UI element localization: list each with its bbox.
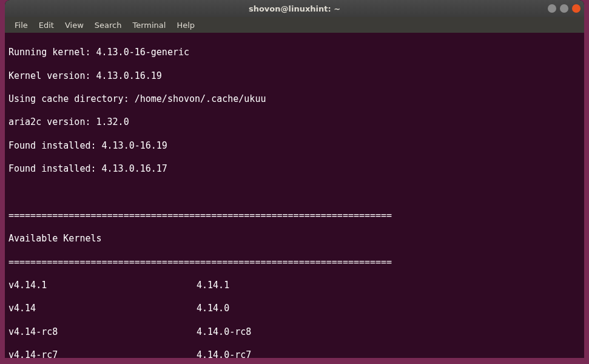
output-line: Using cache directory: /home/shovon/.cac… <box>8 93 581 105</box>
kernel-row: v4.144.14.0 <box>8 303 581 314</box>
kernel-row: v4.14-rc84.14.0-rc8 <box>8 326 581 338</box>
menubar: File Edit View Search Terminal Help <box>5 17 584 33</box>
kernel-name: v4.14-rc8 <box>8 326 197 338</box>
close-button[interactable] <box>572 4 581 13</box>
output-line: Running kernel: 4.13.0-16-generic <box>8 47 581 58</box>
kernel-version: 4.14.0-rc8 <box>197 326 251 338</box>
output-line: aria2c version: 1.32.0 <box>8 116 581 128</box>
maximize-button[interactable] <box>560 4 568 13</box>
output-line: Found installed: 4.13.0.16.17 <box>8 163 581 175</box>
kernel-row: v4.14-rc74.14.0-rc7 <box>8 349 581 358</box>
output-line: Found installed: 4.13.0-16.19 <box>8 140 581 152</box>
kernel-name: v4.14 <box>8 303 197 314</box>
output-line <box>8 186 581 198</box>
separator-line: ========================================… <box>8 210 581 221</box>
output-line: Kernel version: 4.13.0.16.19 <box>8 70 581 82</box>
separator-line: ========================================… <box>8 257 581 268</box>
window-title: shovon@linuxhint: ~ <box>249 4 340 13</box>
menu-edit[interactable]: Edit <box>34 19 59 32</box>
kernel-version: 4.14.0 <box>197 303 229 314</box>
kernel-version: 4.14.1 <box>197 280 229 291</box>
window-controls <box>548 4 581 13</box>
kernel-row: v4.14.14.14.1 <box>8 280 581 291</box>
kernel-name: v4.14-rc7 <box>8 349 197 358</box>
menu-terminal[interactable]: Terminal <box>127 19 170 32</box>
terminal-content[interactable]: Running kernel: 4.13.0-16-generic Kernel… <box>5 33 584 358</box>
menu-search[interactable]: Search <box>90 19 127 32</box>
kernel-version: 4.14.0-rc7 <box>197 349 251 358</box>
menu-help[interactable]: Help <box>172 19 200 32</box>
minimize-button[interactable] <box>548 4 556 13</box>
titlebar: shovon@linuxhint: ~ <box>5 0 584 17</box>
menu-view[interactable]: View <box>60 19 89 32</box>
menu-file[interactable]: File <box>10 19 33 32</box>
kernel-name: v4.14.1 <box>8 280 197 291</box>
section-title: Available Kernels <box>8 233 581 244</box>
terminal-window: shovon@linuxhint: ~ File Edit View Searc… <box>5 0 584 358</box>
